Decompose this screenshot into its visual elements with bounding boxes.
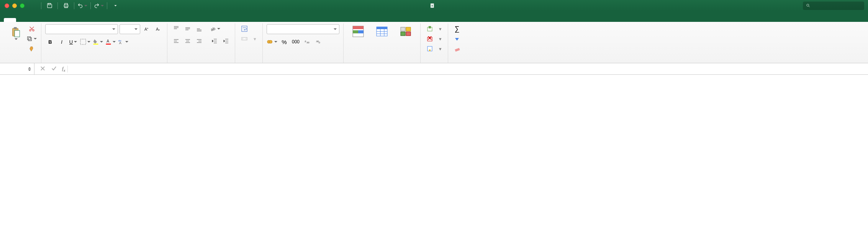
clear-button[interactable] (452, 44, 462, 53)
svg-rect-17 (80, 39, 86, 44)
qat-customize-button[interactable] (110, 1, 121, 10)
delete-cells-button[interactable]: ▾ (424, 34, 444, 43)
font-size-combo[interactable] (120, 24, 140, 34)
merge-center-button[interactable]: ▾ (239, 34, 259, 43)
svg-rect-8 (15, 30, 20, 37)
name-box[interactable] (0, 63, 34, 74)
ribbon: A▴ A▾ B I U A abcA ab (0, 22, 868, 63)
paste-button[interactable] (7, 24, 24, 43)
conditional-format-button[interactable] (347, 24, 369, 62)
svg-point-51 (269, 40, 272, 43)
svg-rect-67 (406, 27, 411, 31)
percent-format-button[interactable]: % (279, 37, 289, 46)
minimize-icon[interactable] (12, 3, 17, 8)
window-controls (0, 3, 25, 8)
wrap-text-button[interactable] (239, 24, 259, 33)
svg-rect-69 (406, 32, 411, 36)
decrease-font-button[interactable]: A▾ (153, 25, 163, 34)
group-styles (344, 23, 421, 63)
close-icon[interactable] (5, 3, 9, 8)
svg-rect-18 (93, 44, 98, 44)
fill-color-button[interactable] (92, 37, 103, 46)
print-button[interactable] (61, 1, 71, 10)
insert-cells-button[interactable]: ▾ (424, 24, 444, 33)
increase-indent-button[interactable] (221, 36, 231, 46)
window-title: X (430, 3, 439, 8)
fx-icon[interactable]: fx (62, 66, 68, 72)
svg-rect-20 (106, 44, 111, 44)
cancel-formula-button[interactable] (40, 66, 46, 72)
align-middle-button[interactable] (183, 24, 193, 33)
bold-button[interactable]: B (45, 37, 55, 46)
group-alignment: ab (167, 23, 235, 63)
copy-button[interactable] (26, 34, 37, 43)
cell-styles-button[interactable] (395, 24, 416, 62)
border-button[interactable] (80, 37, 91, 46)
format-cells-button[interactable]: ▾ (424, 44, 444, 53)
align-top-button[interactable] (171, 24, 181, 33)
align-center-button[interactable] (183, 36, 193, 46)
align-bottom-button[interactable] (194, 24, 204, 33)
search-input[interactable] (812, 3, 861, 8)
orientation-button[interactable]: ab (210, 24, 221, 33)
decrease-decimal-button[interactable]: .00.0 (314, 37, 324, 46)
svg-rect-58 (353, 30, 358, 33)
redo-button[interactable] (93, 1, 104, 10)
align-left-button[interactable] (171, 36, 181, 46)
svg-rect-76 (455, 48, 460, 52)
autosum-button[interactable]: ∑ (452, 24, 462, 33)
svg-rect-71 (429, 26, 431, 28)
group-editing: ∑ (448, 23, 466, 63)
increase-decimal-button[interactable]: .0.00 (302, 37, 312, 46)
align-right-button[interactable] (194, 36, 204, 46)
svg-rect-12 (28, 37, 31, 40)
cut-button[interactable] (26, 24, 37, 33)
save-button[interactable] (44, 1, 55, 10)
svg-text:.00: .00 (306, 41, 310, 44)
group-cells: ▾ ▾ ▾ (421, 23, 448, 63)
number-format-combo[interactable] (267, 24, 339, 34)
svg-point-4 (807, 4, 809, 7)
enter-formula-button[interactable] (51, 66, 57, 72)
search-sheet[interactable] (803, 2, 864, 10)
svg-rect-11 (28, 38, 31, 41)
ribbon-tabs (0, 11, 868, 22)
comma-format-button[interactable]: 000 (291, 37, 301, 46)
search-icon (806, 3, 811, 8)
svg-text:▾: ▾ (159, 29, 160, 31)
svg-rect-49 (242, 37, 247, 40)
format-as-table-button[interactable] (371, 24, 393, 62)
tab-home[interactable] (4, 18, 16, 22)
tab-page-layout[interactable] (28, 18, 41, 22)
formula-bar: fx (0, 63, 868, 75)
group-clipboard (3, 23, 41, 63)
phonetic-button[interactable]: abcA (118, 37, 129, 46)
svg-text:ab: ab (210, 26, 216, 32)
paste-label (7, 44, 24, 51)
titlebar: X (0, 0, 868, 11)
zoom-icon[interactable] (20, 3, 25, 8)
accounting-format-button[interactable] (267, 37, 278, 46)
svg-rect-61 (377, 27, 387, 29)
svg-text:▴: ▴ (147, 27, 148, 29)
tab-view[interactable] (77, 18, 90, 22)
group-number: % 000 .0.00 .00.0 (263, 23, 344, 63)
tab-formulas[interactable] (41, 18, 53, 22)
group-wrap-merge: ▾ (235, 23, 263, 63)
font-name-combo[interactable] (45, 24, 118, 34)
tab-insert[interactable] (16, 18, 28, 22)
undo-button[interactable] (77, 1, 88, 10)
font-color-button[interactable]: A (105, 37, 116, 46)
increase-font-button[interactable]: A▴ (142, 25, 152, 34)
tab-review[interactable] (65, 18, 77, 22)
svg-line-5 (809, 6, 809, 7)
svg-rect-7 (14, 27, 17, 29)
italic-button[interactable]: I (57, 37, 67, 46)
group-font: A▴ A▾ B I U A abcA (41, 23, 167, 63)
decrease-indent-button[interactable] (210, 36, 219, 46)
underline-button[interactable]: U (68, 37, 78, 46)
format-painter-button[interactable] (26, 44, 37, 53)
svg-rect-66 (401, 27, 405, 31)
tab-data[interactable] (53, 18, 65, 22)
fill-button[interactable] (452, 34, 462, 43)
